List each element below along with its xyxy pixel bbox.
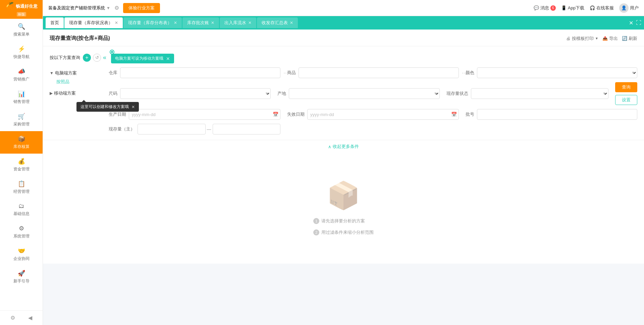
content-inner: 现存量查询(按仓库+商品) 🖨 按模板打印 ▼ 📤 导出 🔄 刷新 <box>43 30 644 264</box>
tabbar-actions: ✕ ⛶ <box>629 20 641 26</box>
sidebar-item-search[interactable]: 🔍 搜索菜单 <box>0 19 43 41</box>
stock-qty-from-input[interactable] <box>138 124 206 134</box>
sidebar-item-label: 库存核算 <box>13 144 30 150</box>
tab-in-out-flow-close[interactable]: ✕ <box>248 20 252 25</box>
sidebar-item-sales[interactable]: 📊 销售管理 <box>0 86 43 109</box>
warehouse-input[interactable] <box>120 67 280 78</box>
search-button[interactable]: 查询 <box>615 82 637 92</box>
refresh-btn[interactable]: 🔄 刷新 <box>622 36 637 42</box>
sidebar-item-system[interactable]: ⚙ 系统管理 <box>0 221 43 243</box>
tab-batch-ledger-close[interactable]: ✕ <box>211 20 214 25</box>
settings-footer-icon[interactable]: ⚙ <box>10 315 15 321</box>
tooltip2-close-icon[interactable]: ✕ <box>131 105 135 109</box>
system-name-select[interactable]: 装备及固定资产辅助管理系统 ▼ <box>48 5 110 11</box>
main-area: 装备及固定资产辅助管理系统 ▼ ⚙ 体验行业方案 💬 消息 6 📱 App下载 … <box>43 0 644 325</box>
field-stock-status: 现存量状态 ▼ <box>446 88 608 99</box>
tab-in-out-flow[interactable]: 出入库流水 ✕ <box>220 17 256 28</box>
scheme-tree-desktop[interactable]: ▼ 电脑端方案 <box>50 69 103 77</box>
tab-inventory-dist-close[interactable]: ✕ <box>174 20 177 25</box>
tab-batch-ledger[interactable]: 库存批次账 ✕ <box>182 17 219 28</box>
phone-icon: 📱 <box>561 5 567 10</box>
tab-receive-summary-close[interactable]: ✕ <box>290 20 293 25</box>
system-name-text: 装备及固定资产辅助管理系统 <box>48 5 105 11</box>
scheme-tree-sub-item[interactable]: 按照品 <box>56 77 103 86</box>
size-select[interactable] <box>120 88 271 99</box>
chevron-down-icon: ▼ <box>106 6 110 10</box>
filter-add-button[interactable]: + <box>83 54 91 62</box>
sidebar-item-quick-nav[interactable]: ⚡ 快捷导航 <box>0 41 43 64</box>
stock-status-select[interactable] <box>471 88 608 99</box>
batch-input[interactable] <box>477 109 637 120</box>
sidebar-item-basic[interactable]: 🗂 基础信息 <box>0 199 43 221</box>
topbar-gear-icon[interactable]: ⚙ <box>114 5 119 11</box>
tooltip1-container: 电脑方案可设为移动方案哦 ✕ <box>108 52 174 63</box>
collapse-sidebar-icon[interactable]: ◀ <box>28 315 32 321</box>
expiry-date-input[interactable] <box>307 109 459 120</box>
scheme-tree-mobile[interactable]: ▶ 移动端方案 <box>50 89 103 98</box>
user-item[interactable]: 👤 用户 <box>619 3 639 13</box>
stock-qty-to-input[interactable] <box>213 124 281 134</box>
size-arrow-icon: ▼ <box>265 91 269 96</box>
app-download-item[interactable]: 📱 App下载 <box>561 5 584 11</box>
tooltip1-close-icon[interactable]: ✕ <box>166 56 170 61</box>
tree-expand-icon: ▼ <box>50 71 54 75</box>
sidebar-item-purchase[interactable]: 🛒 采购管理 <box>0 109 43 131</box>
stock-qty-input-wrap: — <box>138 124 280 134</box>
tab-home[interactable]: 首页 <box>46 17 64 28</box>
box-icon: 📦 <box>18 135 25 143</box>
maximize-icon[interactable]: ⛶ <box>636 20 641 26</box>
filter-row4: 现存量（主） — <box>109 124 637 134</box>
collapse-label: 收起更多条件 <box>333 144 359 150</box>
message-label: 消息 <box>540 5 549 11</box>
sidebar-item-operation[interactable]: 📋 经营管理 <box>0 176 43 199</box>
sidebar-item-label: 快捷导航 <box>13 54 30 60</box>
sidebar-logo: 🍊 畅通好生意 标版 <box>0 0 43 19</box>
reset-button[interactable]: 设置 <box>615 95 637 105</box>
sidebar-item-guide[interactable]: 🚀 新手引导 <box>0 266 43 288</box>
filter-row3: 生产日期 📅 失效日期 � <box>109 109 637 120</box>
message-item[interactable]: 💬 消息 6 <box>534 5 556 11</box>
production-date-input[interactable] <box>129 109 280 120</box>
tab-inventory-status-close[interactable]: ✕ <box>115 20 118 25</box>
filter-refresh-button[interactable]: ↺ <box>93 54 101 62</box>
goods-input[interactable] <box>299 67 459 78</box>
online-support-item[interactable]: 🎧 在线客服 <box>590 5 614 11</box>
collapse-bar[interactable]: ∧ 收起更多条件 <box>43 140 644 153</box>
topbar-right: 💬 消息 6 📱 App下载 🎧 在线客服 👤 用户 <box>534 3 639 13</box>
warehouse-dots[interactable]: ··· <box>283 69 288 76</box>
industry-btn[interactable]: 体验行业方案 <box>123 3 160 13</box>
origin-select[interactable] <box>289 88 439 99</box>
expiry-date-calendar-icon[interactable]: 📅 <box>451 112 457 117</box>
filter-back-btn[interactable]: « <box>103 54 106 61</box>
tree-collapse-icon: ▶ <box>50 91 53 96</box>
printer-icon: 🖨 <box>566 36 571 41</box>
chart-icon: 📊 <box>18 90 25 98</box>
sidebar-item-inventory[interactable]: 📦 库存核算 <box>0 131 43 154</box>
stock-qty-label: 现存量（主） <box>109 126 135 132</box>
export-btn[interactable]: 📤 导出 <box>602 36 618 42</box>
clipboard-icon: 📋 <box>18 180 25 187</box>
tab-inventory-dist[interactable]: 现存量（库存分布表） ✕ <box>123 17 182 28</box>
tab-inventory-status[interactable]: 现存量（库存状况表） ✕ <box>64 17 123 28</box>
connector-dot1 <box>110 50 114 54</box>
export-icon: 📤 <box>602 36 608 41</box>
print-btn[interactable]: 🖨 按模板打印 ▼ <box>566 36 598 42</box>
scheme-tree-sub: 按照品 <box>50 77 103 86</box>
stock-status-input-wrap: ▼ <box>471 88 608 99</box>
sidebar-item-enterprise[interactable]: 🤝 企业协同 <box>0 243 43 266</box>
message-badge: 6 <box>550 5 556 11</box>
close-all-tabs-icon[interactable]: ✕ <box>629 20 633 26</box>
sidebar-item-label: 销售管理 <box>13 99 30 105</box>
color-select[interactable] <box>477 67 637 78</box>
production-date-input-wrap: 📅 <box>129 109 280 120</box>
sidebar-item-finance[interactable]: 💰 资金管理 <box>0 154 43 176</box>
tooltip1-text: 电脑方案可设为移动方案哦 <box>115 56 163 61</box>
field-batch: 批号 <box>466 109 637 120</box>
sidebar-item-marketing[interactable]: 📣 营销推广 <box>0 64 43 86</box>
empty-tip1-num: 1 <box>313 218 319 224</box>
rocket-icon: 🚀 <box>18 270 25 277</box>
tab-receive-summary[interactable]: 收发存汇总表 ✕ <box>257 17 298 28</box>
sidebar-item-label: 营销推广 <box>13 76 30 82</box>
empty-tip2-num: 2 <box>313 229 319 235</box>
production-date-calendar-icon[interactable]: 📅 <box>273 112 278 117</box>
